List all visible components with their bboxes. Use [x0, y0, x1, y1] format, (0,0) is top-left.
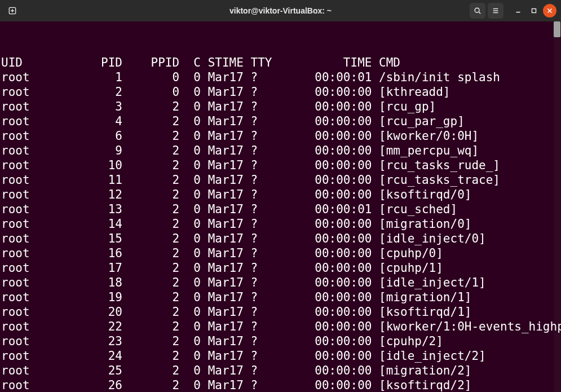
table-row: root 17 2 0 Mar17 ? 00:00:00 [cpuhp/1]	[0, 261, 561, 275]
scrollbar-thumb[interactable]	[554, 21, 560, 37]
table-row: root 10 2 0 Mar17 ? 00:00:00 [rcu_tasks_…	[0, 158, 561, 173]
table-row: root 19 2 0 Mar17 ? 00:00:00 [migration/…	[0, 290, 561, 305]
table-row: root 2 0 0 Mar17 ? 00:00:00 [kthreadd]	[0, 85, 561, 99]
table-row: root 24 2 0 Mar17 ? 00:00:00 [idle_injec…	[0, 349, 561, 363]
new-tab-button[interactable]	[5, 3, 20, 19]
table-row: root 18 2 0 Mar17 ? 00:00:00 [idle_injec…	[0, 275, 561, 290]
table-row: root 14 2 0 Mar17 ? 00:00:00 [migration/…	[0, 217, 561, 231]
table-row: root 12 2 0 Mar17 ? 00:00:00 [ksoftirqd/…	[0, 187, 561, 202]
svg-point-3	[475, 8, 479, 12]
table-row: root 20 2 0 Mar17 ? 00:00:00 [ksoftirqd/…	[0, 305, 561, 319]
close-button[interactable]	[543, 4, 556, 17]
plus-box-icon	[8, 7, 16, 15]
minimize-icon	[514, 7, 522, 15]
table-row: root 1 0 0 Mar17 ? 00:00:01 /sbin/init s…	[0, 70, 561, 85]
titlebar: viktor@viktor-VirtualBox: ~	[0, 0, 561, 21]
table-row: root 9 2 0 Mar17 ? 00:00:00 [mm_percpu_w…	[0, 143, 561, 158]
table-row: root 13 2 0 Mar17 ? 00:00:01 [rcu_sched]	[0, 202, 561, 217]
table-row: root 25 2 0 Mar17 ? 00:00:00 [migration/…	[0, 363, 561, 378]
table-row: root 26 2 0 Mar17 ? 00:00:00 [ksoftirqd/…	[0, 378, 561, 392]
terminal-output[interactable]: UID PID PPID C STIME TTY TIME CMDroot 1 …	[0, 21, 561, 392]
table-row: root 4 2 0 Mar17 ? 00:00:00 [rcu_par_gp]	[0, 114, 561, 129]
table-row: root 23 2 0 Mar17 ? 00:00:00 [cpuhp/2]	[0, 334, 561, 349]
close-icon	[546, 7, 554, 15]
table-row: root 22 2 0 Mar17 ? 00:00:00 [kworker/1:…	[0, 319, 561, 334]
table-row: root 15 2 0 Mar17 ? 00:00:00 [idle_injec…	[0, 231, 561, 246]
table-row: root 11 2 0 Mar17 ? 00:00:00 [rcu_tasks_…	[0, 173, 561, 187]
svg-line-4	[479, 12, 480, 14]
minimize-button[interactable]	[511, 4, 525, 17]
scrollbar-track[interactable]	[554, 21, 560, 392]
menu-button[interactable]	[488, 3, 503, 19]
maximize-button[interactable]	[527, 4, 541, 17]
svg-rect-9	[532, 9, 536, 13]
table-header: UID PID PPID C STIME TTY TIME CMD	[0, 55, 561, 70]
search-icon	[474, 7, 482, 15]
search-button[interactable]	[470, 3, 485, 19]
table-row: root 16 2 0 Mar17 ? 00:00:00 [cpuhp/0]	[0, 246, 561, 261]
table-row: root 6 2 0 Mar17 ? 00:00:00 [kworker/0:0…	[0, 129, 561, 143]
maximize-icon	[530, 7, 538, 15]
hamburger-icon	[492, 7, 500, 15]
table-row: root 3 2 0 Mar17 ? 00:00:00 [rcu_gp]	[0, 99, 561, 114]
